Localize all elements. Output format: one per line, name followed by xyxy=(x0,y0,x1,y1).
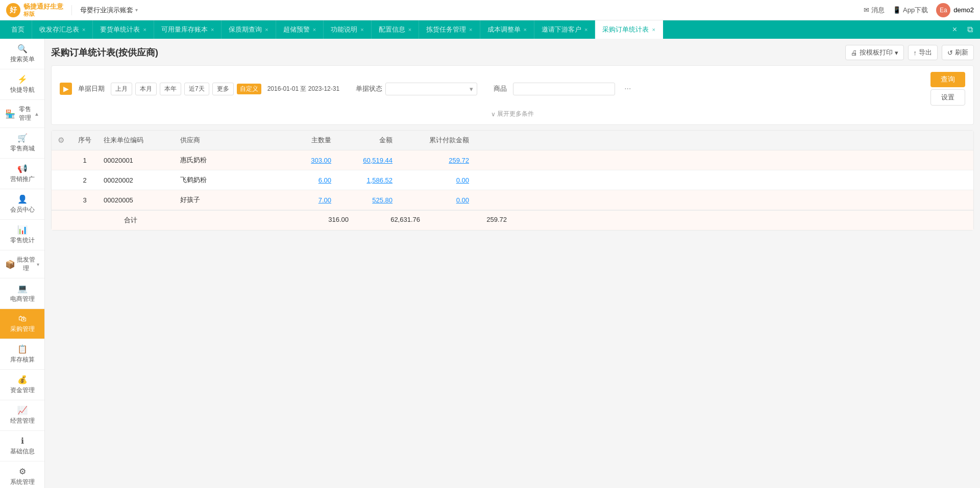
tab-pinghuo-label: 拣货任务管理 xyxy=(426,25,466,34)
retailstat-icon: 📊 xyxy=(17,225,28,235)
row-paid-0[interactable]: 259.72 xyxy=(399,150,475,170)
sidebar-item-purchase[interactable]: 🛍 采购管理 xyxy=(0,309,44,339)
col-settings-gear-icon[interactable]: ⚙ xyxy=(58,136,64,144)
export-button[interactable]: ↑ 导出 xyxy=(908,45,938,60)
date-custom-badge[interactable]: 自定义 xyxy=(237,84,261,94)
tab-baozhi-label: 保质期查询 xyxy=(229,25,262,34)
sidebar-item-operations[interactable]: 📈 经营管理 xyxy=(0,400,44,431)
close-window-icon[interactable]: × xyxy=(949,25,960,34)
sidebar-item-retail-label: 零售管理 xyxy=(17,105,33,122)
tab-chaochu[interactable]: 超储预警 × xyxy=(276,20,324,39)
sidebar-item-marketing-label: 营销推广 xyxy=(10,175,35,184)
batch-icon: 📦 xyxy=(5,260,15,269)
date-btn-thisyear[interactable]: 本年 xyxy=(160,83,181,95)
row-qty-0[interactable]: 303.00 xyxy=(276,150,337,170)
goods-label: 商品 xyxy=(494,84,507,93)
close-tab-chengben-icon[interactable]: × xyxy=(524,27,527,33)
close-tab-yaoqing-icon[interactable]: × xyxy=(584,27,587,33)
table-row[interactable]: 3 00020005 好孩子 7.00 525.80 0.00 xyxy=(52,190,973,210)
goods-more-btn[interactable]: ··· xyxy=(621,83,634,94)
table-row[interactable]: 2 00020002 飞鹤奶粉 6.00 1,586.52 0.00 xyxy=(52,170,973,190)
tab-home[interactable]: 首页 xyxy=(4,20,32,39)
message-btn[interactable]: ✉ 消息 xyxy=(864,6,885,15)
sidebar-item-finance-label: 资金管理 xyxy=(10,386,35,395)
close-tab-shoufaHui-icon[interactable]: × xyxy=(82,27,85,33)
print-button[interactable]: 🖨 按模板打印 ▾ xyxy=(845,45,904,60)
close-tab-baozhi-icon[interactable]: × xyxy=(265,27,268,33)
col-header-settings: ⚙ xyxy=(52,131,72,150)
settings-button[interactable]: 设置 xyxy=(930,89,965,106)
sidebar-item-system[interactable]: ⚙ 系统管理 xyxy=(0,461,44,488)
search-icon: 🔍 xyxy=(17,44,28,54)
close-tab-peizhi-icon[interactable]: × xyxy=(408,27,411,33)
workspace-selector[interactable]: 母婴行业演示账套 ▾ xyxy=(80,6,138,15)
logo-icon: 好 xyxy=(6,3,20,17)
row-paid-2[interactable]: 0.00 xyxy=(399,190,475,210)
filter-toggle-btn[interactable]: ▶ xyxy=(60,83,72,95)
refresh-icon: ↺ xyxy=(947,49,953,57)
close-tab-chaochu-icon[interactable]: × xyxy=(313,27,316,33)
system-icon: ⚙ xyxy=(19,467,26,476)
goods-input[interactable] xyxy=(513,83,615,95)
sidebar-item-retailmall[interactable]: 🛒 零售商城 xyxy=(0,128,44,159)
close-tab-pinghuo-icon[interactable]: × xyxy=(469,27,472,33)
sidebar-item-stockcheck[interactable]: 📋 库存核算 xyxy=(0,339,44,370)
search-button[interactable]: 查询 xyxy=(930,72,965,87)
refresh-button[interactable]: ↺ 刷新 xyxy=(942,45,974,60)
row-no-0: 1 xyxy=(72,150,97,170)
filter-area: ▶ 单据日期 上月 本月 本年 近7天 更多 自定义 2016-01-01 至 … xyxy=(51,65,974,125)
user-section[interactable]: Ea demo2 xyxy=(936,3,974,17)
sidebar-item-retailstat[interactable]: 📊 零售统计 xyxy=(0,220,44,250)
finance-icon: 💰 xyxy=(17,375,28,384)
tab-caigouTongji-label: 采购订单统计表 xyxy=(602,25,649,34)
sidebar-item-quicknav[interactable]: ⚡ 快捷导航 xyxy=(0,69,44,100)
tab-caigouTongji[interactable]: 采购订单统计表 × xyxy=(595,20,663,39)
sidebar-item-member-label: 会员中心 xyxy=(10,206,35,214)
date-btn-more[interactable]: 更多 xyxy=(212,83,234,95)
tab-gongneng[interactable]: 功能说明 × xyxy=(324,20,371,39)
date-btn-lastmonth[interactable]: 上月 xyxy=(111,83,132,95)
marketing-icon: 📢 xyxy=(17,164,28,173)
row-qty-1[interactable]: 6.00 xyxy=(276,170,337,190)
close-tab-yaohuoDan-icon[interactable]: × xyxy=(143,27,146,33)
tab-shoufaHui[interactable]: 收发存汇总表 × xyxy=(32,20,93,39)
tab-yaoqing[interactable]: 邀请下游客户 × xyxy=(534,20,595,39)
tab-chaochu-label: 超储预警 xyxy=(283,25,310,34)
sidebar-item-retail[interactable]: 🏪 零售管理 ▲ xyxy=(0,100,44,128)
tab-yaohuoDan[interactable]: 要货单统计表 × xyxy=(93,20,154,39)
tab-keyongKucun[interactable]: 可用量库存账本 × xyxy=(154,20,222,39)
table-area: ⚙ 序号 往来单位编码 供应商 主数量 金额 累计付款金额 1 00020001 xyxy=(51,130,974,230)
sidebar-item-ecommerce[interactable]: 💻 电商管理 xyxy=(0,278,44,309)
tab-baozhi[interactable]: 保质期查询 × xyxy=(222,20,276,39)
date-range: 2016-01-01 至 2023-12-31 xyxy=(267,85,339,93)
status-select[interactable] xyxy=(385,83,477,95)
table-row[interactable]: 1 00020001 惠氏奶粉 303.00 60,519.44 259.72 xyxy=(52,150,973,170)
tab-peizhi[interactable]: 配置信息 × xyxy=(372,20,419,39)
workspace-arrow-icon: ▾ xyxy=(135,7,138,13)
tab-pinghuo[interactable]: 拣货任务管理 × xyxy=(419,20,480,39)
sidebar-item-search[interactable]: 🔍 搜索英单 xyxy=(0,39,44,69)
sidebar-item-basicinfo[interactable]: ℹ 基础信息 xyxy=(0,431,44,461)
sidebar-item-basicinfo-label: 基础信息 xyxy=(10,447,35,456)
close-tab-gongneng-icon[interactable]: × xyxy=(360,27,363,33)
maximize-window-icon[interactable]: ⧉ xyxy=(964,25,976,34)
sidebar-item-batch[interactable]: 📦 批发管理 ▾ xyxy=(0,250,44,278)
row-paid-1[interactable]: 0.00 xyxy=(399,170,475,190)
close-tab-caigouTongji-icon[interactable]: × xyxy=(652,27,655,33)
row-amount-0[interactable]: 60,519.44 xyxy=(337,150,399,170)
row-extra-1 xyxy=(475,170,973,190)
filter-actions: 查询 设置 xyxy=(930,72,965,106)
date-btn-thismonth[interactable]: 本月 xyxy=(135,83,157,95)
user-name: demo2 xyxy=(953,6,974,14)
row-qty-2[interactable]: 7.00 xyxy=(276,190,337,210)
expand-more-btn[interactable]: ∨ 展开更多条件 xyxy=(491,110,534,118)
row-amount-1[interactable]: 1,586.52 xyxy=(337,170,399,190)
sidebar-item-finance[interactable]: 💰 资金管理 xyxy=(0,370,44,400)
tab-chengben[interactable]: 成本调整单 × xyxy=(480,20,534,39)
sidebar-item-marketing[interactable]: 📢 营销推广 xyxy=(0,159,44,189)
app-download-btn[interactable]: 📱 App下载 xyxy=(893,6,928,15)
sidebar-item-member[interactable]: 👤 会员中心 xyxy=(0,189,44,220)
close-tab-keyongKucun-icon[interactable]: × xyxy=(211,27,214,33)
date-btn-7days[interactable]: 近7天 xyxy=(184,83,209,95)
row-amount-2[interactable]: 525.80 xyxy=(337,190,399,210)
